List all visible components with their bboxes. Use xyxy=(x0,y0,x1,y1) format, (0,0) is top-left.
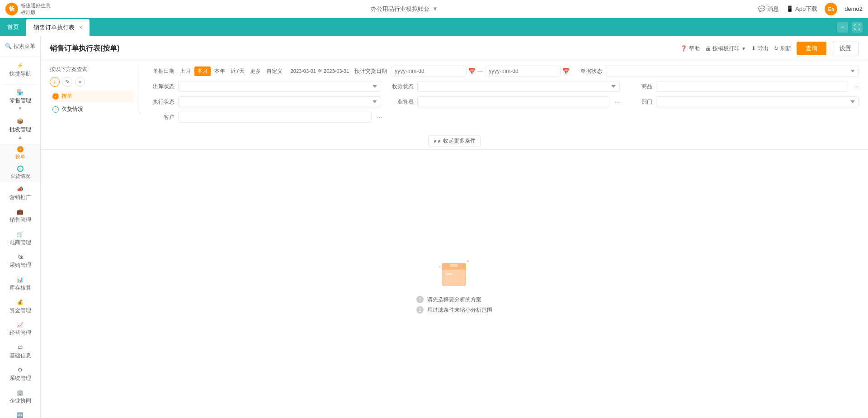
export-btn[interactable]: ⬇ 导出 xyxy=(751,45,769,52)
message-action[interactable]: 💬 消息 xyxy=(758,5,779,13)
sidebar-item-system[interactable]: ⚙ 系统管理 xyxy=(0,363,40,386)
sidebar-item-sales[interactable]: 💼 销售管理 xyxy=(0,205,40,228)
scheme-item-欠货[interactable]: ○ 欠货情况 xyxy=(50,104,134,115)
outbound-select[interactable] xyxy=(178,81,381,92)
sidebar-item-purchase[interactable]: 🛍 采购管理 xyxy=(0,250,40,273)
sidebar-item-ecommerce[interactable]: 🛒 电商管理 xyxy=(0,228,40,250)
add-scheme-btn[interactable]: ＋ xyxy=(50,77,60,87)
customer-dots[interactable]: ··· xyxy=(377,114,382,121)
page-header: 销售订单执行表(按单) ❓ 帮助 🖨 按模板打印 ▼ ⬇ xyxy=(41,36,868,60)
date-tab-上月[interactable]: 上月 xyxy=(178,66,193,76)
print-icon: 🖨 xyxy=(705,45,711,52)
app-download-action[interactable]: 📱 App下载 xyxy=(786,5,817,13)
empty-step-1: 1 请先选择要分析的方案 xyxy=(416,296,492,304)
logo-area: 畅 畅捷通好生意 标准版 xyxy=(5,2,51,15)
expected-date-end[interactable] xyxy=(485,66,561,76)
goods-label: 商品 xyxy=(625,83,652,90)
inventory-icon: 📊 xyxy=(17,276,24,283)
filter-scheme-items: • 按单 ○ 欠货情况 xyxy=(50,90,134,115)
filter-status-field: 单据状态 xyxy=(575,66,859,76)
edit-scheme-btn[interactable]: ✎ xyxy=(62,77,72,87)
date-tab-更多[interactable]: 更多 xyxy=(248,66,263,76)
scheme-item-按单[interactable]: • 按单 xyxy=(50,90,134,102)
sidebar-item-newguide[interactable]: 🆕 新手引导 xyxy=(0,408,40,418)
calendar-icon-2[interactable]: 📅 xyxy=(562,68,570,75)
svg-rect-0 xyxy=(442,268,466,286)
expected-date-start[interactable] xyxy=(391,66,467,76)
company-name: 办公用品行业模拟账套 xyxy=(371,5,429,13)
dept-select[interactable] xyxy=(656,96,859,107)
filter-goods-field: 商品 ··· xyxy=(625,81,859,92)
collapse-arrow: ∧∧ xyxy=(433,138,441,144)
avatar[interactable]: Ea xyxy=(825,3,837,15)
receipt-select[interactable] xyxy=(417,81,620,92)
tab-close-icon[interactable]: × xyxy=(79,24,82,31)
system-icon: ⚙ xyxy=(18,367,23,373)
page-actions: ❓ 帮助 🖨 按模板打印 ▼ ⬇ 导出 ↻ xyxy=(680,42,859,55)
sidebar-item-wholesale[interactable]: 📦 批发管理 ▲ xyxy=(0,114,40,143)
sidebar-sub-item-欠货[interactable]: ○ 欠货情况 xyxy=(0,163,40,182)
filter-scheme-panel: 按以下方案查询 ＋ ✎ « • 按单 ○ 欠货情况 xyxy=(50,66,140,115)
sidebar-sub-item-按单[interactable]: • 按单 xyxy=(0,143,40,163)
tab-home[interactable]: 首页 xyxy=(0,18,26,36)
sidebar-item-marketing[interactable]: 📣 营销推广 xyxy=(0,182,40,205)
date-tab-近7天[interactable]: 近7天 xyxy=(229,66,246,76)
settings-button[interactable]: 设置 xyxy=(832,42,859,55)
salesperson-dots[interactable]: ··· xyxy=(615,98,620,105)
svg-point-4 xyxy=(467,260,469,262)
goods-dots[interactable]: ··· xyxy=(854,83,859,90)
wholesale-icon: 📦 xyxy=(17,118,24,124)
sidebar-search-btn[interactable]: 🔍 搜索菜单 xyxy=(4,41,37,52)
filter-scheme-title: 按以下方案查询 xyxy=(50,66,134,73)
step-num-2: 2 xyxy=(416,306,424,314)
date-tab-本月[interactable]: 本月 xyxy=(194,66,211,76)
page-title-area: 销售订单执行表(按单) ❓ 帮助 🖨 按模板打印 ▼ ⬇ xyxy=(50,42,859,60)
query-button[interactable]: 查询 xyxy=(797,42,826,55)
basic-icon: 🗂 xyxy=(18,344,23,351)
sub-icon-1: • xyxy=(17,146,24,152)
salesperson-input[interactable] xyxy=(417,96,609,107)
empty-steps: 1 请先选择要分析的方案 2 用过滤条件来缩小分析范围 xyxy=(416,296,492,314)
collapse-scheme-btn[interactable]: « xyxy=(75,77,85,87)
status-label: 单据状态 xyxy=(575,67,602,75)
message-icon: 💬 xyxy=(758,5,765,12)
filter-expected-date-field: 预计交货日期 📅 — 📅 xyxy=(354,66,570,76)
collapse-btn[interactable]: ∧∧ 收起更多条件 xyxy=(428,135,481,147)
calendar-icon-1[interactable]: 📅 xyxy=(468,68,476,75)
tab-active[interactable]: 销售订单执行表 × xyxy=(26,19,90,36)
sidebar-item-operations[interactable]: 📈 经营管理 xyxy=(0,318,40,341)
exec-select[interactable] xyxy=(178,96,381,107)
date-range-display: 2023-03-01 至 2023-03-31 xyxy=(291,68,349,75)
search-icon: 🔍 xyxy=(5,43,12,49)
sales-icon: 💼 xyxy=(17,209,24,215)
sidebar-item-enterprise[interactable]: 🏢 企业协同 xyxy=(0,386,40,408)
sidebar-item-retail[interactable]: 🏪 零售管理 ▼ xyxy=(0,86,40,114)
step-num-1: 1 xyxy=(416,296,424,303)
date-tab-自定义[interactable]: 自定义 xyxy=(264,66,284,76)
main-layout: 🔍 搜索菜单 ⚡ 快捷导航 🏪 零售管理 ▼ 📦 批发管理 ▲ xyxy=(0,36,868,418)
receipt-label: 收款状态 xyxy=(387,83,414,90)
sidebar-item-finance[interactable]: 💰 资金管理 xyxy=(0,295,40,318)
help-btn[interactable]: ❓ 帮助 xyxy=(680,45,700,52)
export-icon: ⬇ xyxy=(751,45,756,52)
user-name: demo2 xyxy=(844,5,863,12)
scheme-icon-1: • xyxy=(52,93,59,100)
print-btn[interactable]: 🖨 按模板打印 ▼ xyxy=(705,45,746,52)
filter-outbound-field: 出库状态 xyxy=(147,81,381,92)
retail-arrow: ▼ xyxy=(18,106,23,111)
sidebar-item-inventory[interactable]: 📊 库存核算 xyxy=(0,273,40,295)
goods-input[interactable] xyxy=(656,81,848,92)
customer-input[interactable] xyxy=(178,112,372,123)
svg-rect-2 xyxy=(450,264,458,267)
sidebar-item-quicknav[interactable]: ⚡ 快捷导航 xyxy=(0,59,40,81)
sidebar-item-basic[interactable]: 🗂 基础信息 xyxy=(0,341,40,363)
top-bar-left: 畅 畅捷通好生意 标准版 xyxy=(5,2,51,15)
refresh-btn[interactable]: ↻ 刷新 xyxy=(774,45,791,52)
dropdown-icon[interactable]: ▼ xyxy=(432,5,438,12)
date-tab-本年[interactable]: 本年 xyxy=(212,66,227,76)
tab-minimize-btn[interactable]: － xyxy=(837,22,848,33)
tab-maximize-btn[interactable]: ⛶ xyxy=(852,22,863,33)
content-area: 销售订单执行表(按单) ❓ 帮助 🖨 按模板打印 ▼ ⬇ xyxy=(41,36,868,418)
status-select[interactable] xyxy=(606,66,859,76)
finance-icon: 💰 xyxy=(17,299,24,305)
